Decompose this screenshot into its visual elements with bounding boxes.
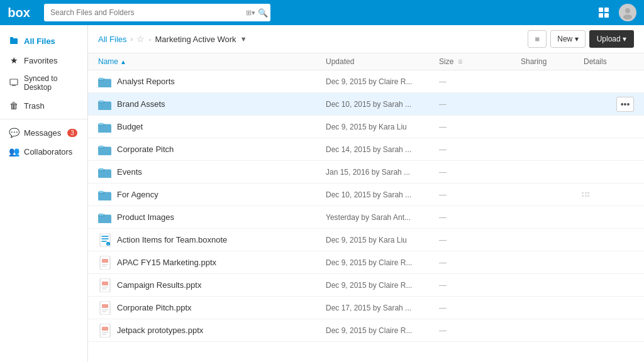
table-row[interactable]: For Agency Dec 10, 2015 by Sarah ... — xyxy=(88,184,644,206)
svg-rect-29 xyxy=(99,190,103,193)
file-name: Brand Assets xyxy=(117,99,165,109)
collaborators-icon: 👥 xyxy=(9,146,19,156)
breadcrumb-current: Marketing Active Work xyxy=(155,35,236,44)
file-name: Jetpack prototypes.pptx xyxy=(117,326,203,335)
sidebar-item-trash[interactable]: 🗑 Trash xyxy=(0,96,87,115)
breadcrumb-root[interactable]: All Files xyxy=(98,35,127,44)
grid-view-icon[interactable] xyxy=(595,4,613,21)
file-name-cell: Events xyxy=(98,165,326,179)
table-row[interactable]: Campaign Results.pptx Dec 9, 2015 by Cla… xyxy=(88,274,644,297)
new-button-label: New ▾ xyxy=(557,35,578,43)
file-icon xyxy=(98,165,112,179)
table-row[interactable]: ✎ Action Items for Team.boxnote Dec 9, 2… xyxy=(88,229,644,251)
file-size: — xyxy=(439,100,489,109)
file-updated: Jan 15, 2016 by Sarah ... xyxy=(326,168,439,177)
svg-rect-37 xyxy=(102,259,108,263)
table-row[interactable]: Corporate Pitch Dec 14, 2015 by Sarah ..… xyxy=(88,138,644,161)
svg-rect-45 xyxy=(102,304,108,308)
search-filter-icon[interactable]: ⊞▾ xyxy=(246,9,255,17)
synced-icon xyxy=(9,78,19,88)
file-size: — xyxy=(439,168,489,177)
table-row[interactable]: Analyst Reports Dec 9, 2015 by Claire R.… xyxy=(88,70,644,93)
sidebar-item-synced[interactable]: Synced to Desktop xyxy=(0,70,87,96)
file-updated: Dec 9, 2015 by Claire R... xyxy=(326,326,439,335)
col-header-sharing[interactable]: Sharing xyxy=(521,57,584,66)
svg-point-6 xyxy=(623,14,632,19)
breadcrumb-dash: - xyxy=(148,35,151,44)
svg-rect-20 xyxy=(99,123,103,125)
sidebar-item-label: Trash xyxy=(24,101,45,111)
svg-rect-41 xyxy=(102,282,108,285)
main-content: All Files › ☆ - Marketing Active Work ▼ … xyxy=(88,25,644,362)
col-header-size[interactable]: Size ≡ xyxy=(439,57,489,66)
table-row[interactable]: Product Images Yesterday by Sarah Ant...… xyxy=(88,206,644,229)
sidebar-item-favorites[interactable]: ★ Favorites xyxy=(0,51,87,70)
user-avatar[interactable] xyxy=(619,4,636,21)
breadcrumb: All Files › ☆ - Marketing Active Work ▼ xyxy=(98,34,523,44)
file-icon xyxy=(98,278,112,292)
row-action-menu-button[interactable]: ••• xyxy=(616,97,634,112)
table-row[interactable]: Events Jan 15, 2016 by Sarah ... — xyxy=(88,161,644,184)
favorites-icon: ★ xyxy=(9,55,19,65)
file-size: — xyxy=(439,304,489,312)
file-name-cell: Product Images xyxy=(98,211,326,224)
logo[interactable]: box xyxy=(8,6,31,19)
file-name: Events xyxy=(117,167,142,177)
file-updated: Dec 9, 2015 by Claire R... xyxy=(326,258,439,267)
file-name: Corporate Pitch.pptx xyxy=(117,303,192,312)
breadcrumb-dropdown-icon[interactable]: ▼ xyxy=(240,35,247,43)
upload-button-label: Upload ▾ xyxy=(597,35,626,43)
svg-rect-46 xyxy=(102,309,108,310)
col-header-updated[interactable]: Updated xyxy=(326,57,439,66)
sidebar-item-all-files[interactable]: All Files xyxy=(0,31,87,51)
col-header-details[interactable]: Details xyxy=(584,57,634,66)
table-row[interactable]: Corporate Pitch.pptx Dec 17, 2015 by Sar… xyxy=(88,297,644,319)
sidebar-item-collaborators[interactable]: 👥 Collaborators xyxy=(0,142,87,161)
svg-text:✎: ✎ xyxy=(107,242,109,246)
sidebar-item-messages[interactable]: 💬 Messages 3 xyxy=(0,123,87,142)
file-updated: Dec 9, 2015 by Claire R... xyxy=(326,281,439,290)
table-row[interactable]: APAC FY15 Marketing.pptx Dec 9, 2015 by … xyxy=(88,251,644,274)
all-files-icon xyxy=(9,36,19,47)
sidebar: All Files ★ Favorites Synced to Desktop … xyxy=(0,25,88,362)
file-name: APAC FY15 Marketing.pptx xyxy=(117,258,216,267)
table-row[interactable]: Brand Assets Dec 10, 2015 by Sarah ... —… xyxy=(88,93,644,116)
svg-rect-32 xyxy=(99,213,103,216)
file-size: — xyxy=(439,145,489,154)
file-icon xyxy=(98,97,112,111)
search-bar: ⊞▾ 🔍 xyxy=(44,4,270,21)
star-icon[interactable]: ☆ xyxy=(136,34,145,44)
app-header: box ⊞▾ 🔍 xyxy=(0,0,644,25)
file-icon xyxy=(98,256,112,270)
filter-button[interactable]: ≡ xyxy=(528,30,547,48)
file-icon: ✎ xyxy=(98,233,112,247)
col-options-icon[interactable]: ≡ xyxy=(458,57,462,66)
search-icon[interactable]: 🔍 xyxy=(258,8,268,18)
table-body: Analyst Reports Dec 9, 2015 by Claire R.… xyxy=(88,70,644,342)
file-name: Campaign Results.pptx xyxy=(117,280,201,290)
column-resize-handle[interactable]: ⠿ xyxy=(579,191,591,199)
file-name: Budget xyxy=(117,122,143,131)
svg-rect-7 xyxy=(10,38,18,44)
row-actions: ••• xyxy=(616,97,634,112)
sort-arrow-icon: ▲ xyxy=(120,58,126,65)
svg-rect-23 xyxy=(99,145,103,148)
file-updated: Dec 14, 2015 by Sarah ... xyxy=(326,145,439,154)
file-icon xyxy=(98,324,112,337)
file-name-cell: APAC FY15 Marketing.pptx xyxy=(98,256,326,270)
filter-icon: ≡ xyxy=(535,35,540,44)
col-header-name[interactable]: Name ▲ xyxy=(98,57,326,66)
file-name: Product Images xyxy=(117,212,174,222)
file-table: Name ▲ Updated Size ≡ Sharing Details xyxy=(88,53,644,362)
svg-rect-51 xyxy=(102,334,106,335)
svg-rect-49 xyxy=(102,327,108,331)
upload-button[interactable]: Upload ▾ xyxy=(589,30,634,48)
file-name-cell: Corporate Pitch xyxy=(98,143,326,156)
file-updated: Yesterday by Sarah Ant... xyxy=(326,213,439,222)
search-input[interactable] xyxy=(44,4,270,21)
new-button[interactable]: New ▾ xyxy=(550,30,585,48)
table-row[interactable]: Jetpack prototypes.pptx Dec 9, 2015 by C… xyxy=(88,319,644,342)
table-row[interactable]: Budget Dec 9, 2015 by Kara Liu — xyxy=(88,116,644,138)
file-icon xyxy=(98,143,112,156)
file-icon xyxy=(98,75,112,89)
